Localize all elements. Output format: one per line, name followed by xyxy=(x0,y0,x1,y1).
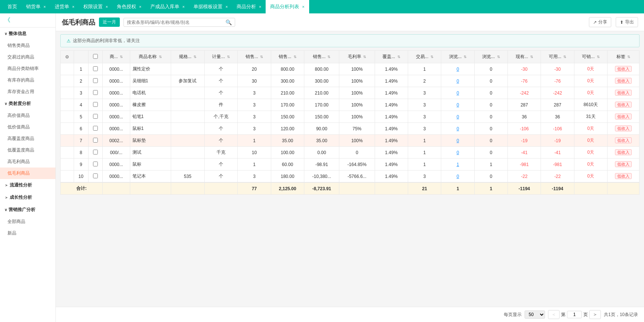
row-checkbox[interactable] xyxy=(88,123,102,135)
row-checkbox[interactable] xyxy=(88,135,102,147)
nav-home[interactable]: 首页 xyxy=(3,0,22,13)
row-checkbox[interactable] xyxy=(88,99,102,111)
row-name[interactable]: 鼠标垫 xyxy=(130,135,171,147)
sidebar-item-new-products[interactable]: 新品 xyxy=(0,227,55,239)
row-checkbox[interactable] xyxy=(88,159,102,170)
row-checkbox[interactable] xyxy=(88,63,102,75)
row-name[interactable]: 橡皮擦 xyxy=(130,99,171,111)
page-size-select[interactable]: 50 20 100 xyxy=(525,310,545,319)
nav-roles[interactable]: 角色授权 × xyxy=(112,0,146,13)
row-name[interactable]: 电话机 xyxy=(130,87,171,99)
nav-purchase[interactable]: 进货单 × xyxy=(50,0,79,13)
row-name[interactable]: 铅笔1 xyxy=(130,111,171,123)
row-checkbox[interactable] xyxy=(88,75,102,87)
col-name[interactable]: 商品名称 ⇅ xyxy=(130,51,171,63)
row-view1[interactable]: 0 xyxy=(441,170,474,183)
row-view1[interactable]: 0 xyxy=(441,111,474,123)
row-view1[interactable]: 0 xyxy=(441,99,474,111)
select-all-checkbox[interactable] xyxy=(93,54,98,59)
col-view1[interactable]: 浏览... ⇅ xyxy=(441,51,474,63)
col-saleable[interactable]: 可销... ⇅ xyxy=(574,51,607,63)
prev-page-btn[interactable]: ＜ xyxy=(548,310,560,319)
close-icon[interactable]: × xyxy=(259,4,261,9)
share-btn[interactable]: ↗ 分享 xyxy=(589,17,611,27)
row-name[interactable]: 笔记本 xyxy=(130,170,171,183)
col-cover-rate[interactable]: 覆盖... ⇅ xyxy=(375,51,408,63)
sidebar-item-sales-products[interactable]: 销售类商品 xyxy=(0,40,55,51)
sidebar-group-circulation-header[interactable]: ＞ 流通性分析 xyxy=(0,179,55,191)
col-unit[interactable]: 计量... ⇅ xyxy=(204,51,237,63)
sidebar-group-marketing-header[interactable]: ∨ 营销推广分析 xyxy=(0,204,55,216)
sidebar-collapse-btn[interactable]: 《 xyxy=(3,15,12,26)
row-view1[interactable]: 0 xyxy=(441,75,474,87)
row-view1[interactable]: 0 xyxy=(441,135,474,147)
close-icon[interactable]: × xyxy=(139,4,141,9)
row-name[interactable]: 鼠标 xyxy=(130,159,171,170)
sidebar-group-overall-header[interactable]: ∨ 整体信息 xyxy=(0,28,55,40)
sidebar-item-high-margin[interactable]: 高毛利商品 xyxy=(0,156,55,168)
close-icon[interactable]: × xyxy=(225,4,228,9)
close-icon[interactable]: × xyxy=(44,4,46,9)
nav-permissions[interactable]: 权限设置 × xyxy=(79,0,112,13)
page-number-input[interactable] xyxy=(567,311,582,318)
nav-template-settings[interactable]: 单据模板设置 × xyxy=(189,0,232,13)
col-current-stock[interactable]: 现有... ⇅ xyxy=(508,51,541,63)
sidebar-group-growth-header[interactable]: ＞ 成长性分析 xyxy=(0,191,55,204)
sidebar-item-category-sales-rate[interactable]: 商品分类助销率 xyxy=(0,63,55,74)
sidebar-group-category-header[interactable]: ∨ 类射度分析 xyxy=(0,98,55,110)
search-input[interactable] xyxy=(127,20,225,25)
row-view1[interactable]: 0 xyxy=(441,63,474,75)
row-checkbox[interactable] xyxy=(88,147,102,159)
settings-icon[interactable]: ⚙ xyxy=(65,54,69,60)
col-sales-amount[interactable]: 销售... ⇅ xyxy=(304,51,339,63)
row-view1[interactable]: 0 xyxy=(441,123,474,135)
col-settings[interactable]: ⚙ xyxy=(61,51,74,63)
sort-icon: ⇅ xyxy=(497,55,500,59)
row-view2: 0 xyxy=(474,147,507,159)
sidebar-item-high-coverage[interactable]: 高覆盖度商品 xyxy=(0,133,55,144)
row-spec xyxy=(171,99,204,111)
col-checkbox-header[interactable] xyxy=(88,51,102,63)
row-view1[interactable]: 0 xyxy=(441,147,474,159)
row-tag: 低收入 xyxy=(608,135,640,147)
row-checkbox[interactable] xyxy=(88,170,102,183)
nav-product-entry[interactable]: 产成品入库单 × xyxy=(146,0,189,13)
sidebar-item-stocked-products[interactable]: 有库存的商品 xyxy=(0,74,55,86)
col-sales-price[interactable]: 销售... ⇅ xyxy=(271,51,304,63)
col-code[interactable]: 商... ⇅ xyxy=(103,51,130,63)
nav-product-analysis-list[interactable]: 商品分析列表 × xyxy=(266,0,309,13)
filter-recent-month-btn[interactable]: 近一月 xyxy=(99,17,120,27)
row-name[interactable]: 属性定价 xyxy=(130,63,171,75)
sidebar-item-low-coverage[interactable]: 低覆盖度商品 xyxy=(0,144,55,156)
sidebar-item-traded-products[interactable]: 交易过的商品 xyxy=(0,51,55,63)
next-page-btn[interactable]: ＞ xyxy=(589,310,601,319)
row-view1[interactable]: 1 xyxy=(441,159,474,170)
sidebar-item-low-value[interactable]: 低价值商品 xyxy=(0,121,55,133)
sidebar-item-all-products[interactable]: 全部商品 xyxy=(0,216,55,227)
nav-sales[interactable]: 销货单 × xyxy=(22,0,50,13)
row-name[interactable]: 吴细细1 xyxy=(130,75,171,87)
sidebar-item-high-value[interactable]: 高价值商品 xyxy=(0,110,55,121)
col-sales-qty[interactable]: 销售... ⇅ xyxy=(238,51,271,63)
close-icon[interactable]: × xyxy=(106,4,108,9)
row-checkbox[interactable] xyxy=(88,87,102,99)
row-checkbox[interactable] xyxy=(88,111,102,123)
col-tag[interactable]: 标签 ⇅ xyxy=(608,51,640,63)
export-btn[interactable]: ⬆ 导出 xyxy=(616,17,638,27)
sidebar-group-marketing-label: 营销推广分析 xyxy=(9,207,35,213)
close-icon[interactable]: × xyxy=(302,4,304,9)
close-icon[interactable]: × xyxy=(182,4,185,9)
close-icon[interactable]: × xyxy=(72,4,74,9)
nav-product-analysis[interactable]: 商品分析 × xyxy=(232,0,266,13)
sidebar-item-stock-capital[interactable]: 库存资金占用 xyxy=(0,86,55,98)
col-trade-count[interactable]: 交易... ⇅ xyxy=(408,51,441,63)
row-name[interactable]: 鼠标1 xyxy=(130,123,171,135)
col-view2[interactable]: 浏览... ⇅ xyxy=(474,51,507,63)
col-spec[interactable]: 规格... ⇅ xyxy=(171,51,204,63)
sidebar-item-low-margin[interactable]: 低毛利商品 xyxy=(0,168,55,179)
col-available[interactable]: 可用... ⇅ xyxy=(541,51,574,63)
search-icon[interactable]: 🔍 xyxy=(225,19,232,25)
row-name[interactable]: 测试 xyxy=(130,147,171,159)
col-gross-rate[interactable]: 毛利率 ⇅ xyxy=(339,51,375,63)
row-view1[interactable]: 0 xyxy=(441,87,474,99)
